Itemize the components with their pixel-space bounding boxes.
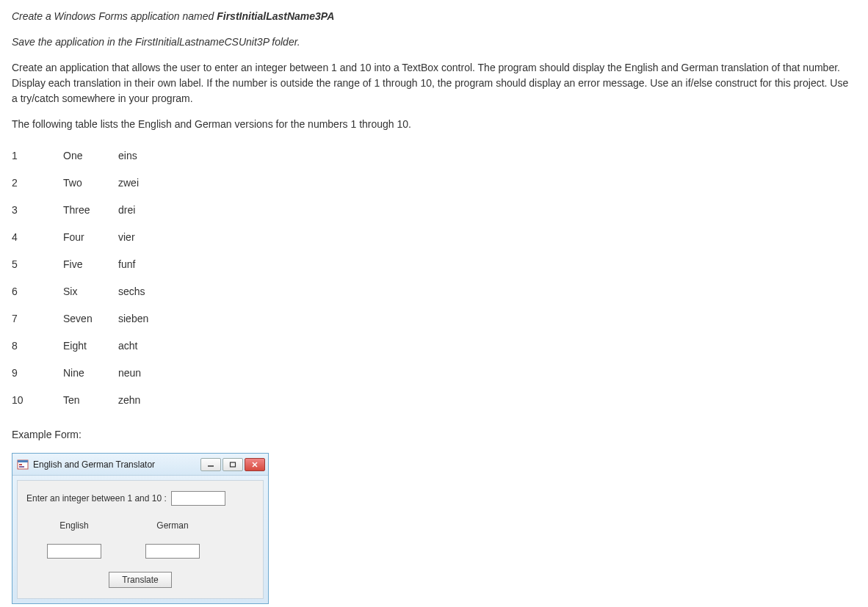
german-column: German: [145, 519, 200, 559]
cell-number: 6: [12, 284, 63, 299]
table-row: 9 Nine neun: [12, 360, 856, 387]
cell-english: Nine: [63, 366, 118, 381]
cell-english: Two: [63, 175, 118, 191]
cell-number: 3: [12, 203, 63, 218]
minimize-button[interactable]: [200, 458, 221, 471]
cell-english: Four: [63, 230, 118, 245]
cell-number: 2: [12, 175, 63, 191]
window-buttons: [200, 458, 265, 471]
form-body: Enter an integer between 1 and 10 : Engl…: [17, 480, 264, 599]
table-row: 3 Three drei: [12, 197, 856, 224]
translate-button[interactable]: Translate: [109, 572, 172, 588]
table-row: 8 Eight acht: [12, 332, 856, 360]
cell-number: 4: [12, 230, 63, 245]
table-row: 10 Ten zehn: [12, 387, 856, 414]
table-row: 2 Two zwei: [12, 170, 856, 197]
cell-german: eins: [118, 148, 177, 164]
cell-english: One: [63, 148, 118, 164]
cell-english: Eight: [63, 338, 118, 354]
cell-number: 7: [12, 311, 63, 327]
cell-german: vier: [118, 230, 177, 245]
table-row: 4 Four vier: [12, 224, 856, 251]
example-form-window: English and German Translator Enter an i…: [12, 453, 269, 604]
output-columns: English German: [26, 519, 254, 559]
translate-button-label: Translate: [122, 573, 159, 586]
cell-english: Five: [63, 257, 118, 272]
table-row: 1 One eins: [12, 142, 856, 170]
svg-rect-3: [19, 466, 24, 468]
description-paragraph: Create an application that allows the us…: [12, 60, 856, 106]
example-form-label: Example Form:: [12, 427, 856, 443]
cell-german: zehn: [118, 393, 177, 408]
maximize-button[interactable]: [223, 458, 243, 471]
button-row: Translate: [26, 572, 254, 588]
cell-german: acht: [118, 338, 177, 354]
german-output: [145, 544, 200, 559]
svg-rect-5: [231, 462, 236, 467]
table-row: 6 Six sechs: [12, 278, 856, 305]
table-row: 7 Seven sieben: [12, 305, 856, 332]
cell-german: sechs: [118, 284, 177, 299]
table-intro: The following table lists the English an…: [12, 117, 856, 132]
heading-prefix: Create a Windows Forms application named: [12, 10, 217, 22]
cell-german: sieben: [118, 311, 177, 327]
enter-integer-label: Enter an integer between 1 and 10 :: [26, 492, 167, 505]
close-button[interactable]: [245, 458, 265, 471]
cell-english: Ten: [63, 393, 118, 408]
cell-english: Three: [63, 203, 118, 218]
heading-paragraph: Create a Windows Forms application named…: [12, 9, 856, 24]
svg-rect-2: [19, 464, 22, 465]
english-output: [47, 544, 101, 559]
cell-german: neun: [118, 366, 177, 381]
cell-english: Seven: [63, 311, 118, 327]
english-label: English: [59, 519, 88, 532]
titlebar: English and German Translator: [12, 454, 268, 476]
cell-german: zwei: [118, 175, 177, 191]
number-table: 1 One eins 2 Two zwei 3 Three drei 4 Fou…: [12, 142, 856, 414]
cell-german: drei: [118, 203, 177, 218]
table-row: 5 Five funf: [12, 251, 856, 278]
input-row: Enter an integer between 1 and 10 :: [26, 491, 254, 506]
cell-english: Six: [63, 284, 118, 299]
form-icon: [17, 459, 29, 470]
cell-number: 8: [12, 338, 63, 354]
german-label: German: [156, 519, 188, 532]
cell-number: 9: [12, 366, 63, 381]
cell-german: funf: [118, 257, 177, 272]
svg-rect-1: [18, 460, 28, 462]
cell-number: 10: [12, 393, 63, 408]
heading-appname: FirstInitialLastName3PA: [217, 10, 334, 22]
integer-textbox[interactable]: [171, 491, 225, 506]
cell-number: 5: [12, 257, 63, 272]
window-title: English and German Translator: [33, 458, 200, 471]
cell-number: 1: [12, 148, 63, 164]
english-column: English: [47, 519, 101, 559]
save-paragraph: Save the application in the FirstInitial…: [12, 34, 856, 50]
